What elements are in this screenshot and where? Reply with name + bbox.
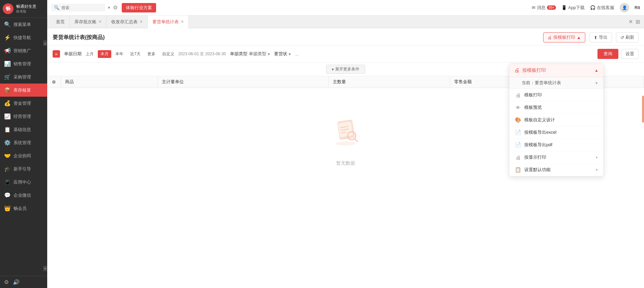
sidebar-item-system[interactable]: ⚙️ 系统管理 <box>0 136 47 149</box>
app-download-action[interactable]: 📱 App下载 <box>561 5 585 11</box>
settings-icon[interactable]: ⚙ <box>4 279 9 285</box>
tab-home[interactable]: 首页 <box>51 15 70 28</box>
sidebar-item-purchase[interactable]: 🛒 采购管理 <box>0 70 47 84</box>
service-icon: 🎧 <box>590 5 595 10</box>
topbar-gear-icon[interactable]: ⚙ <box>113 4 118 11</box>
wecom-icon: 💬 <box>4 192 11 198</box>
guide-icon: 🎓 <box>4 166 11 172</box>
sidebar-item-label: 基础信息 <box>13 127 31 133</box>
tab-order-stat[interactable]: 要货单统计表 ✕ <box>148 15 189 28</box>
current-template-arrow-icon: ▾ <box>595 81 598 86</box>
template-export-pdf-item[interactable]: 📄 按模板导出pdf <box>509 139 603 151</box>
inventory-icon: 📦 <box>4 87 11 93</box>
page-header: 要货单统计表(按商品) 🖨 按模板打印 ▲ ⬆ 导出 ↺ 刷新 <box>47 28 644 45</box>
sidebar-item-label: 搜索菜单 <box>13 22 31 28</box>
current-year-btn[interactable]: 本年 <box>113 50 126 58</box>
table-header-quantity: 主数量 <box>328 76 450 88</box>
doc-type-value: 单据类型 <box>249 51 266 57</box>
dropdown-collapse-icon[interactable]: ▲ <box>594 68 598 73</box>
sidebar-item-inventory[interactable]: 📦 库存核算 <box>0 84 47 97</box>
date-range-display: 2023-06-01 至 2023-06-30 <box>178 51 226 57</box>
expand-conditions-button[interactable]: ▾ 展开更多条件 <box>326 65 365 74</box>
sidebar-item-label: 销售管理 <box>13 61 31 67</box>
sidebar-item-collab[interactable]: 🤝 企业协同 <box>0 149 47 162</box>
custom-date-btn[interactable]: 自定义 <box>159 50 177 58</box>
user-avatar[interactable]: 👤 <box>620 3 629 12</box>
sidebar-item-wecom[interactable]: 💬 企业微信 <box>0 189 47 202</box>
print-arrow-icon: ▲ <box>577 35 581 40</box>
template-print-item[interactable]: 🖨 模板打印 <box>509 89 603 101</box>
tab-label: 收发存汇总表 <box>111 19 138 25</box>
last7days-btn[interactable]: 近7天 <box>127 50 143 58</box>
industry-solution-button[interactable]: 体验行业方案 <box>122 3 156 12</box>
sidebar-item-finance[interactable]: 💰 资金管理 <box>0 97 47 110</box>
sidebar-item-appstore[interactable]: 📱 应用中心 <box>0 175 47 189</box>
template-design-item[interactable]: 🎨 模板自定义设计 <box>509 114 603 126</box>
prev-month-btn[interactable]: 上月 <box>83 50 96 58</box>
sidebar-item-sales[interactable]: 📊 销售管理 <box>0 57 47 70</box>
member-icon: 👑 <box>4 205 11 212</box>
message-label: 消息 <box>537 5 546 11</box>
template-export-excel-item[interactable]: 📄 按模板导出excel <box>509 126 603 139</box>
export-pdf-icon: 📄 <box>515 142 521 148</box>
close-window-icon[interactable]: ✕ <box>628 19 633 25</box>
search-dropdown-icon[interactable]: ▾ <box>108 5 110 10</box>
message-icon: ✉ <box>532 5 535 10</box>
current-month-btn[interactable]: 本月 <box>98 50 111 58</box>
maximize-window-icon[interactable]: ⊞ <box>636 19 640 25</box>
template-design-label: 模板自定义设计 <box>524 117 555 123</box>
window-controls: ✕ ⊞ <box>628 19 640 25</box>
sidebar-item-marketing[interactable]: 📢 营销推广 <box>0 44 47 57</box>
sidebar-item-guide[interactable]: 🎓 新手引导 <box>0 162 47 175</box>
sound-icon[interactable]: 🔊 <box>13 279 20 285</box>
tab-close-icon[interactable]: ✕ <box>98 20 101 24</box>
shortcut-icon: ⚡ <box>4 34 11 41</box>
sidebar-item-member[interactable]: 👑 畅会员 <box>0 202 47 215</box>
display-print-label: 按显示打印 <box>524 154 546 160</box>
sidebar-item-operation[interactable]: 📈 经营管理 <box>0 110 47 123</box>
query-button[interactable]: 查询 <box>597 49 618 59</box>
svg-point-0 <box>335 141 356 146</box>
sidebar-item-search[interactable]: 🔍 搜索菜单 <box>0 18 47 31</box>
tab-receipt-summary[interactable]: 收发存汇总表 ✕ <box>107 15 148 28</box>
empty-illustration <box>329 115 362 155</box>
template-preview-item[interactable]: 👁 模板预览 <box>509 101 603 114</box>
sidebar-item-basic[interactable]: 📋 基础信息 <box>0 123 47 136</box>
filter-bar: » 单据日期 上月 本月 本年 近7天 更多 自定义 2023-06-01 至 … <box>47 45 644 63</box>
search-input[interactable] <box>61 5 103 10</box>
table-header-settings[interactable]: ⚙ <box>47 76 61 88</box>
tabs-bar: 首页 库存批次账 ✕ 收发存汇总表 ✕ 要货单统计表 ✕ ✕ ⊞ <box>47 15 644 28</box>
sidebar-item-label: 系统管理 <box>13 140 31 146</box>
sidebar-item-label: 企业协同 <box>13 153 31 159</box>
sidebar-scroll-down[interactable]: ▼ <box>43 266 47 271</box>
tab-close-icon[interactable]: ✕ <box>140 20 143 24</box>
filter-expand-icon[interactable]: » <box>53 50 60 58</box>
message-action[interactable]: ✉ 消息 99+ <box>532 5 556 11</box>
sidebar-item-shortcut[interactable]: ⚡ 快捷导航 <box>0 31 47 44</box>
tab-batch-account[interactable]: 库存批次账 ✕ <box>70 15 107 28</box>
more-options-icon[interactable]: ... <box>295 52 299 57</box>
current-template-row[interactable]: 当前：要货单统计表 ▾ <box>509 77 603 89</box>
display-print-section[interactable]: 🖨 按显示打印 ▾ <box>509 151 603 164</box>
tab-close-icon[interactable]: ✕ <box>181 20 184 24</box>
online-service-action[interactable]: 🎧 在线客服 <box>590 5 614 11</box>
order-status-arrow-icon[interactable]: ▾ <box>289 52 291 57</box>
right-scrollbar[interactable] <box>642 96 644 123</box>
set-default-section[interactable]: 📋 设置默认功能 ▾ <box>509 164 603 176</box>
order-status-filter: 要货状 ▾ <box>274 51 291 57</box>
settings-button[interactable]: 设置 <box>621 49 639 59</box>
appstore-icon: 📱 <box>4 179 11 185</box>
sidebar-scroll-up[interactable]: ▲ <box>43 40 47 46</box>
dropdown-header[interactable]: 🖨 按模板打印 ▲ <box>509 64 603 77</box>
export-icon: ⬆ <box>594 35 597 40</box>
topbar-search-box[interactable]: 🔍 <box>51 4 105 11</box>
display-print-left: 🖨 按显示打印 <box>515 154 546 160</box>
refresh-button[interactable]: ↺ 刷新 <box>616 32 639 42</box>
search-icon: 🔍 <box>4 21 11 28</box>
doc-type-arrow-icon[interactable]: ▾ <box>268 52 270 57</box>
tab-label: 库存批次账 <box>75 19 96 25</box>
export-button[interactable]: ⬆ 导出 <box>589 32 612 42</box>
sidebar-item-label: 营销推广 <box>13 48 31 54</box>
print-template-button[interactable]: 🖨 按模板打印 ▲ <box>543 32 585 42</box>
more-date-btn[interactable]: 更多 <box>145 50 158 58</box>
